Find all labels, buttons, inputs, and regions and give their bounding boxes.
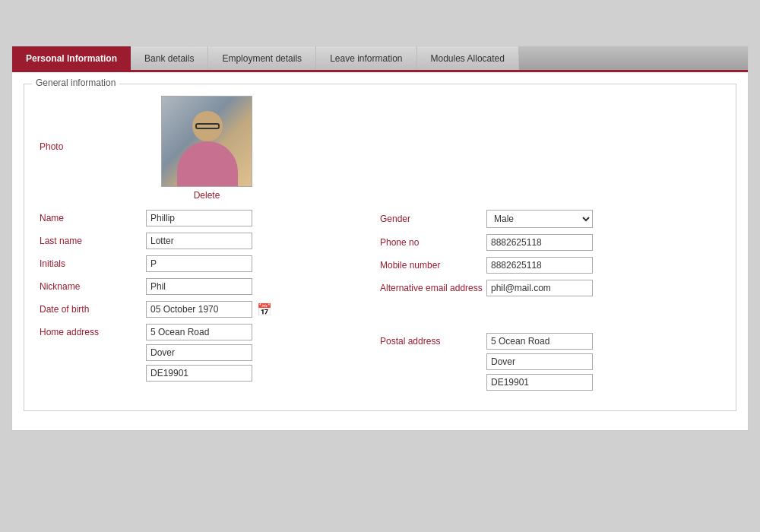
nickname-row: Nickname	[40, 278, 350, 295]
tab-employment-details[interactable]: Employment details	[208, 46, 316, 70]
initials-label: Initials	[40, 258, 146, 269]
alt-email-input[interactable]	[486, 280, 593, 296]
person-body	[177, 141, 238, 187]
tab-bar: Personal Information Bank details Employ…	[12, 46, 748, 72]
alt-email-label: Alternative email address	[380, 283, 486, 293]
gender-label: Gender	[380, 214, 486, 224]
photo-placeholder	[162, 96, 252, 187]
postal-address-line3[interactable]	[486, 374, 593, 391]
mobile-label: Mobile number	[380, 260, 486, 271]
dob-input[interactable]	[146, 301, 252, 318]
photo-label: Photo	[40, 96, 161, 152]
postal-address-line1[interactable]	[486, 333, 593, 350]
form-col-right: Gender Male Female Other Phone no	[380, 210, 720, 395]
last-name-input[interactable]	[146, 233, 252, 249]
name-row: Name	[40, 210, 350, 226]
home-address-line3[interactable]	[146, 365, 252, 382]
phone-label: Phone no	[380, 237, 486, 248]
home-address-label: Home address	[40, 324, 146, 337]
tab-bank-details[interactable]: Bank details	[131, 46, 208, 70]
last-name-row: Last name	[40, 233, 350, 249]
section-title: General information	[32, 78, 119, 88]
photo-area: Delete	[161, 96, 252, 201]
home-address-row: Home address	[40, 324, 350, 382]
home-address-line1[interactable]	[146, 324, 252, 340]
postal-address-row: Postal address	[380, 333, 690, 391]
gender-row: Gender Male Female Other	[380, 210, 690, 228]
home-address-inputs	[146, 324, 252, 382]
alt-email-row: Alternative email address	[380, 280, 690, 296]
nickname-label: Nickname	[40, 281, 146, 292]
content-area: General information Photo	[12, 72, 748, 430]
phone-input[interactable]	[486, 234, 593, 251]
app-container: Personal Information Bank details Employ…	[0, 0, 760, 532]
tab-leave-information[interactable]: Leave information	[316, 46, 416, 70]
postal-address-line2[interactable]	[486, 353, 593, 370]
tab-personal-info[interactable]: Personal Information	[12, 46, 131, 70]
postal-address-inputs	[486, 333, 593, 391]
spacer	[380, 302, 690, 327]
nickname-input[interactable]	[146, 278, 252, 295]
initials-input[interactable]	[146, 255, 252, 272]
mobile-input[interactable]	[486, 257, 593, 274]
home-address-line2[interactable]	[146, 344, 252, 361]
photo-row: Photo Delete	[40, 96, 720, 201]
delete-photo-button[interactable]: Delete	[194, 190, 220, 201]
last-name-label: Last name	[40, 236, 146, 246]
general-info-section: General information Photo	[24, 84, 736, 411]
dob-label: Date of birth	[40, 304, 146, 315]
calendar-icon[interactable]: 📅	[257, 302, 272, 317]
phone-row: Phone no	[380, 234, 690, 251]
name-input[interactable]	[146, 210, 252, 226]
initials-row: Initials	[40, 255, 350, 272]
dob-row: Date of birth 📅	[40, 301, 350, 318]
mobile-row: Mobile number	[380, 257, 690, 274]
main-content: Personal Information Bank details Employ…	[11, 46, 749, 431]
glasses-icon	[195, 123, 220, 129]
form-section: Name Last name Initials Nickname	[40, 210, 720, 395]
tab-modules-allocated[interactable]: Modules Allocated	[417, 46, 519, 70]
name-label: Name	[40, 213, 146, 223]
gender-select[interactable]: Male Female Other	[486, 210, 593, 228]
photo-frame	[161, 96, 252, 187]
postal-address-label: Postal address	[380, 333, 486, 347]
form-col-left: Name Last name Initials Nickname	[40, 210, 380, 395]
